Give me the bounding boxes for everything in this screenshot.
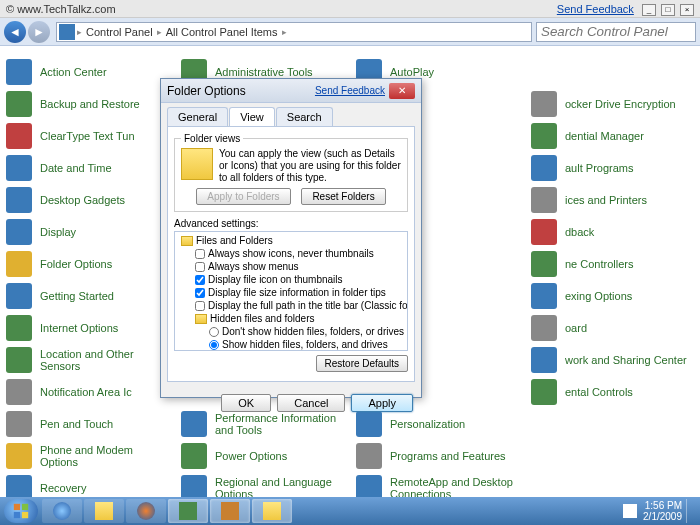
- cp-item[interactable]: ClearType Text Tun: [0, 120, 175, 152]
- cp-item[interactable]: dback: [525, 216, 700, 248]
- browser-top-bar: © www.TechTalkz.com Send Feedback _ □ ×: [0, 0, 700, 18]
- tree-checkbox[interactable]: [195, 275, 205, 285]
- tree-checkbox[interactable]: [195, 288, 205, 298]
- tab-view[interactable]: View: [229, 107, 275, 126]
- cp-item[interactable]: Backup and Restore: [0, 88, 175, 120]
- system-tray: 1:56 PM 2/1/2009: [617, 499, 700, 523]
- page-url: © www.TechTalkz.com: [6, 3, 116, 15]
- dialog-titlebar[interactable]: Folder Options Send Feedback ✕: [161, 79, 421, 103]
- taskbar-app2[interactable]: [210, 499, 250, 523]
- cancel-button[interactable]: Cancel: [277, 394, 345, 412]
- taskbar-media[interactable]: [126, 499, 166, 523]
- forward-button[interactable]: ►: [28, 21, 50, 43]
- show-desktop-button[interactable]: [686, 499, 694, 523]
- crumb-control-panel[interactable]: Control Panel: [82, 26, 157, 38]
- maximize-icon[interactable]: □: [661, 4, 675, 16]
- cp-item-label: Personalization: [390, 418, 465, 430]
- tree-row[interactable]: Hidden files and folders: [177, 312, 405, 325]
- tree-row[interactable]: Display file icon on thumbnails: [177, 273, 405, 286]
- start-button[interactable]: [4, 499, 38, 523]
- tree-radio[interactable]: [209, 327, 219, 337]
- cp-item-icon: [531, 251, 557, 277]
- tree-row[interactable]: Show hidden files, folders, and drives: [177, 338, 405, 351]
- crumb-all-items[interactable]: All Control Panel Items: [162, 26, 282, 38]
- cp-item[interactable]: ault Programs: [525, 152, 700, 184]
- tree-label: Always show icons, never thumbnails: [208, 248, 374, 259]
- cp-item[interactable]: Getting Started: [0, 280, 175, 312]
- taskbar-control-panel[interactable]: [252, 499, 292, 523]
- cp-item[interactable]: Internet Options: [0, 312, 175, 344]
- cp-item[interactable]: ne Controllers: [525, 248, 700, 280]
- cp-item-icon: [531, 379, 557, 405]
- tree-checkbox[interactable]: [195, 249, 205, 259]
- tree-row[interactable]: Display the full path in the title bar (…: [177, 299, 405, 312]
- tree-label: Always show menus: [208, 261, 299, 272]
- cp-item[interactable]: Desktop Gadgets: [0, 184, 175, 216]
- cp-item: [525, 408, 700, 440]
- cp-item-icon: [6, 123, 32, 149]
- cp-item-label: ocker Drive Encryption: [565, 98, 676, 110]
- ok-button[interactable]: OK: [221, 394, 271, 412]
- cp-item-icon: [6, 155, 32, 181]
- window-controls: _ □ ×: [640, 2, 694, 16]
- reset-folders-button[interactable]: Reset Folders: [301, 188, 385, 205]
- action-center-icon[interactable]: [623, 504, 637, 518]
- tree-checkbox[interactable]: [195, 301, 205, 311]
- cp-item[interactable]: ocker Drive Encryption: [525, 88, 700, 120]
- cp-item[interactable]: exing Options: [525, 280, 700, 312]
- tree-row[interactable]: Always show menus: [177, 260, 405, 273]
- tree-checkbox[interactable]: [195, 262, 205, 272]
- cp-item[interactable]: work and Sharing Center: [525, 344, 700, 376]
- cp-item[interactable]: Programs and Features: [350, 440, 525, 472]
- dialog-feedback-link[interactable]: Send Feedback: [315, 85, 385, 96]
- tree-row[interactable]: Files and Folders: [177, 234, 405, 247]
- chevron-right-icon: ▸: [282, 27, 287, 37]
- cp-item[interactable]: oard: [525, 312, 700, 344]
- tree-radio[interactable]: [209, 340, 219, 350]
- clock[interactable]: 1:56 PM 2/1/2009: [643, 500, 682, 522]
- tree-label: Display file icon on thumbnails: [208, 274, 343, 285]
- cp-item[interactable]: Folder Options: [0, 248, 175, 280]
- cp-item[interactable]: ices and Printers: [525, 184, 700, 216]
- dialog-close-button[interactable]: ✕: [389, 83, 415, 99]
- apply-button[interactable]: Apply: [351, 394, 413, 412]
- taskbar-explorer[interactable]: [84, 499, 124, 523]
- cp-item[interactable]: Power Options: [175, 440, 350, 472]
- restore-defaults-button[interactable]: Restore Defaults: [316, 355, 408, 372]
- cp-item-icon: [181, 443, 207, 469]
- cp-item[interactable]: dential Manager: [525, 120, 700, 152]
- close-icon[interactable]: ×: [680, 4, 694, 16]
- tab-search[interactable]: Search: [276, 107, 333, 126]
- cp-item-icon: [6, 347, 32, 373]
- apply-to-folders-button[interactable]: Apply to Folders: [196, 188, 290, 205]
- cp-item[interactable]: Pen and Touch: [0, 408, 175, 440]
- tree-row[interactable]: Always show icons, never thumbnails: [177, 247, 405, 260]
- svg-rect-2: [14, 512, 20, 518]
- cp-item[interactable]: Date and Time: [0, 152, 175, 184]
- cp-item[interactable]: Display: [0, 216, 175, 248]
- cp-item[interactable]: Action Center: [0, 56, 175, 88]
- cp-item[interactable]: Notification Area Ic: [0, 376, 175, 408]
- cp-item-label: ault Programs: [565, 162, 633, 174]
- cp-item[interactable]: ental Controls: [525, 376, 700, 408]
- taskbar: 1:56 PM 2/1/2009: [0, 497, 700, 525]
- minimize-icon[interactable]: _: [642, 4, 656, 16]
- tab-general[interactable]: General: [167, 107, 228, 126]
- cp-item-icon: [6, 411, 32, 437]
- tree-label: Files and Folders: [196, 235, 273, 246]
- back-button[interactable]: ◄: [4, 21, 26, 43]
- taskbar-app1[interactable]: [168, 499, 208, 523]
- cp-item[interactable]: Location and Other Sensors: [0, 344, 175, 376]
- cp-item-icon: [6, 219, 32, 245]
- tree-row[interactable]: Don't show hidden files, folders, or dri…: [177, 325, 405, 338]
- svg-rect-1: [22, 504, 28, 510]
- search-input[interactable]: [536, 22, 696, 42]
- tree-row[interactable]: Display file size information in folder …: [177, 286, 405, 299]
- breadcrumb[interactable]: ▸ Control Panel ▸ All Control Panel Item…: [56, 22, 532, 42]
- taskbar-ie[interactable]: [42, 499, 82, 523]
- top-feedback-link[interactable]: Send Feedback: [557, 3, 634, 15]
- advanced-settings-tree[interactable]: Files and FoldersAlways show icons, neve…: [174, 231, 408, 351]
- cp-item[interactable]: Phone and Modem Options: [0, 440, 175, 472]
- cp-item-label: Programs and Features: [390, 450, 506, 462]
- folder-views-legend: Folder views: [181, 133, 243, 144]
